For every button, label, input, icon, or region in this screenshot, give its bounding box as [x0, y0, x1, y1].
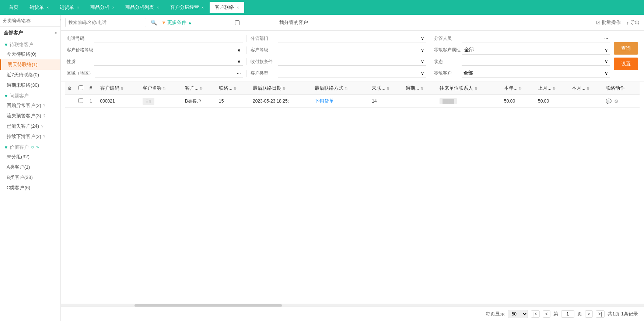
scatter-customer-select[interactable]: 全部 ∨: [462, 69, 610, 78]
filter-cell-dept: 分管部门 ∨: [251, 34, 427, 42]
sidebar-item-b-class[interactable]: B类客户(33): [0, 172, 60, 183]
filter-action-buttons: 查询 设置: [614, 42, 638, 70]
filter-cell-scatter-attr: 零散客户属性 全部 ∨: [434, 45, 610, 55]
search-icon[interactable]: 🔍: [151, 20, 157, 25]
contact-method-link[interactable]: 下销货单: [315, 98, 334, 104]
more-conditions-btn[interactable]: ▼ 更多条件 ▲: [161, 19, 192, 26]
chevron-down-icon: ∨: [421, 35, 424, 41]
payment-select[interactable]: ∨: [278, 58, 427, 66]
filter-cell-customer-type: 客户类型 ∨: [251, 69, 427, 77]
table-header-row: ⚙ # 客户编码 ⇅ 客户名称 ⇅: [65, 82, 640, 95]
per-page-select[interactable]: 50 20 100: [508, 310, 528, 318]
nav-home[interactable]: 首页: [4, 2, 24, 13]
my-customers-filter[interactable]: 我分管的客户: [197, 19, 308, 26]
th-contacts: 往来单位联系人 ⇅: [437, 82, 502, 95]
sort-code-icon: ⇅: [120, 86, 123, 90]
close-purchase-order[interactable]: ×: [77, 5, 79, 10]
my-customers-checkbox[interactable]: [197, 20, 278, 25]
sidebar-item-today-contact[interactable]: 今天待联络(0): [0, 49, 60, 59]
set-button[interactable]: 设置: [614, 58, 638, 70]
table-row: 1 000021 Ea B类客户 15 2023-05-23 18:25: 下销…: [65, 95, 640, 108]
row-name: Ea: [140, 95, 183, 108]
chevron-down-icon-3: ∨: [421, 47, 424, 53]
nav-sales-order[interactable]: 销货单 ×: [24, 2, 54, 13]
sort-type-icon: ⇅: [200, 86, 203, 90]
close-customer-contact[interactable]: ×: [237, 5, 239, 10]
per-page-label: 每页显示: [486, 311, 505, 317]
all-customers-header[interactable]: 全部客户 «: [0, 27, 60, 39]
nav-product-analysis-list[interactable]: 商品分析列表 ×: [120, 2, 164, 13]
prev-page-btn[interactable]: <: [543, 310, 550, 318]
batch-icon: ☑: [596, 20, 601, 25]
status-select[interactable]: ∨: [462, 58, 610, 66]
sort-date-icon: ⇅: [283, 86, 286, 90]
sort-method-icon: ⇅: [345, 86, 348, 90]
filter-cell-price-grade: 客户价格等级 ∨: [67, 46, 243, 54]
scatter-attr-select[interactable]: 全部 ∨: [462, 45, 610, 55]
sidebar-item-c-class[interactable]: C类客户(6): [0, 183, 60, 193]
first-page-btn[interactable]: |<: [531, 310, 540, 318]
nav-purchase-order[interactable]: 进货单 ×: [55, 2, 84, 13]
nav-customer-contact[interactable]: 客户联络 ×: [210, 2, 244, 13]
close-product-analysis[interactable]: ×: [112, 5, 114, 10]
sidebar-item-declining[interactable]: 持续下滑客户(2) ?: [0, 131, 60, 142]
sort-overdue-icon: ⇅: [420, 86, 423, 90]
last-page-btn[interactable]: >|: [596, 310, 605, 318]
close-product-analysis-list[interactable]: ×: [157, 5, 159, 10]
manager-select[interactable]: ···: [462, 34, 610, 42]
customer-type-select[interactable]: ∨: [278, 69, 427, 77]
row-select-checkbox[interactable]: [78, 98, 83, 103]
sidebar-item-churned[interactable]: 已流失客户(24) ?: [0, 121, 60, 131]
sidebar-item-overdue-contact[interactable]: 逾期未联络(30): [0, 80, 60, 90]
batch-operation-btn[interactable]: ☑ 批量操作: [596, 19, 621, 26]
close-customer-segments[interactable]: ×: [202, 5, 204, 10]
nature-label: 性质: [67, 59, 92, 65]
row-this-month: [570, 95, 603, 108]
nav-customer-segments[interactable]: 客户分层经营 ×: [165, 2, 209, 13]
action-icon-1[interactable]: 💬: [606, 99, 612, 104]
sidebar-item-churn-warning[interactable]: 流失预警客户(3) ?: [0, 111, 60, 121]
nav-product-analysis[interactable]: 商品分析 ×: [85, 2, 119, 13]
nature-select[interactable]: ∨: [94, 58, 243, 66]
search-input[interactable]: [65, 18, 146, 27]
customer-grade-select[interactable]: ∨: [278, 46, 427, 54]
th-year: 本年... ⇅: [502, 82, 536, 95]
sort-last-month-icon: ⇅: [553, 86, 556, 90]
page-suffix: 页: [577, 311, 582, 317]
next-page-btn[interactable]: >: [585, 310, 593, 318]
pagination-bar: 每页显示 50 20 100 |< < 第 页 > >| 共1页 1条记录: [61, 307, 644, 321]
phone-input[interactable]: [94, 35, 243, 42]
price-grade-select[interactable]: ∨: [95, 46, 243, 54]
select-all-checkbox[interactable]: [78, 85, 83, 90]
th-last-contact-method: 最后联络方式 ⇅: [312, 82, 370, 95]
value-customers-group: ▼ 价值客户 ↻ ✎: [0, 142, 60, 152]
close-sales-order[interactable]: ×: [46, 5, 49, 10]
customer-type-label: 客户类型: [251, 70, 276, 76]
sidebar-search-input[interactable]: [3, 18, 58, 23]
horizontal-scrollbar[interactable]: [61, 304, 644, 307]
refresh-icon[interactable]: ↻: [31, 145, 34, 150]
export-btn[interactable]: ↑ 导出: [627, 19, 640, 26]
th-last-contact-date: 最后联络日期 ⇅: [251, 82, 312, 95]
total-label: 共1页 1条记录: [608, 311, 638, 317]
region-select[interactable]: ···: [95, 69, 243, 77]
sidebar-item-ungrouped[interactable]: 未分组(32): [0, 152, 60, 162]
action-icon-2[interactable]: ⚙: [614, 99, 619, 104]
sort-contact-icon: ⇅: [234, 86, 237, 90]
row-actions: 💬 ⚙: [603, 95, 640, 108]
sidebar-item-abnormal-repurchase[interactable]: 回购异常客户(2) ?: [0, 100, 60, 111]
filter-cell-manager: 分管人员 ···: [434, 34, 610, 42]
query-button[interactable]: 查询: [614, 42, 638, 55]
sidebar-item-tomorrow-contact[interactable]: 明天待联络(1): [0, 59, 60, 70]
page-input[interactable]: [561, 310, 574, 318]
edit-icon[interactable]: ✎: [36, 145, 39, 150]
gear-settings-icon[interactable]: ⚙: [67, 86, 72, 91]
th-overdue: 逾期... ⇅: [403, 82, 437, 95]
help-icon-0: ?: [43, 103, 45, 108]
sidebar-item-a-class[interactable]: A类客户(1): [0, 162, 60, 172]
price-grade-label: 客户价格等级: [67, 47, 93, 53]
filter-row-3: 性质 ∨ 收付款条件 ∨: [67, 58, 610, 66]
filter-row-2: 客户价格等级 ∨ 客户等级 ∨: [67, 45, 610, 55]
sidebar-item-7day-contact[interactable]: 近7天待联络(0): [0, 70, 60, 80]
dept-select[interactable]: ∨: [278, 34, 427, 42]
